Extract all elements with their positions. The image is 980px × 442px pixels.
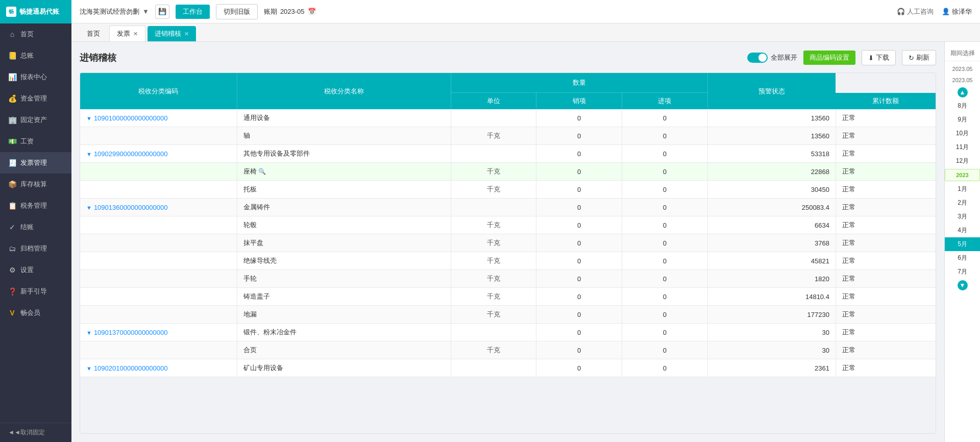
sidebar-item-tax[interactable]: 📋 税务管理: [0, 195, 71, 216]
collapse-icon[interactable]: ▼: [86, 205, 92, 211]
period-9[interactable]: 9月: [945, 113, 980, 127]
tab-home[interactable]: 首页: [80, 26, 107, 41]
user-menu[interactable]: 👤 徐泽华: [942, 7, 972, 16]
collapse-icon[interactable]: ▼: [86, 115, 92, 121]
period-5-active[interactable]: 5月: [945, 237, 980, 251]
row-sales: 0: [536, 234, 622, 252]
collapse-icon[interactable]: ▼: [86, 330, 92, 336]
expand-toggle-switch[interactable]: [747, 53, 768, 63]
row-purchase: 0: [622, 234, 707, 252]
sidebar-item-report[interactable]: 📊 报表中心: [0, 66, 71, 88]
period-10[interactable]: 10月: [945, 127, 980, 140]
product-code-button[interactable]: 商品编码设置: [803, 51, 855, 65]
sidebar-item-label: 新手引导: [20, 287, 47, 296]
period-label: 账期: [264, 7, 277, 16]
row-status: 正常: [836, 234, 936, 252]
period-6[interactable]: 6月: [945, 251, 980, 265]
period-2023-05-2[interactable]: 2023.05: [945, 75, 980, 86]
sidebar-item-settle[interactable]: ✓ 结账: [0, 216, 71, 238]
sidebar-item-label: 结账: [20, 223, 34, 232]
table-row: ▼10901370000000000000 锻件、粉末冶金件 0 0 30 正常: [80, 324, 936, 341]
company-selector[interactable]: 沈海英测试经营勿删 ▼: [80, 7, 149, 16]
period-2[interactable]: 2月: [945, 196, 980, 210]
tab-invoice-close[interactable]: ✕: [133, 31, 138, 37]
period-8[interactable]: 8月: [945, 99, 980, 113]
table-row: 轮毂 千克 0 0 6634 正常: [80, 216, 936, 234]
sidebar-item-payroll[interactable]: 💵 工资: [0, 131, 71, 152]
col-status: 预警状态: [707, 73, 836, 109]
row-name: 轴: [237, 127, 451, 145]
row-status: 正常: [836, 306, 936, 324]
row-code: [80, 216, 237, 234]
sidebar-item-settings[interactable]: ⚙ 设置: [0, 259, 71, 281]
period-3[interactable]: 3月: [945, 210, 980, 224]
row-unit: [451, 109, 536, 127]
collapse-icon[interactable]: ▼: [86, 151, 92, 157]
row-unit: 千克: [451, 306, 536, 324]
search-in-name-icon[interactable]: 🔍: [258, 168, 266, 175]
period-down-button[interactable]: ▼: [958, 280, 968, 290]
row-name: 铸造盖子: [237, 288, 451, 306]
sidebar-item-home[interactable]: ⌂ 首页: [0, 23, 71, 45]
period-1[interactable]: 1月: [945, 182, 980, 196]
row-unit: 千克: [451, 252, 536, 270]
row-code: [80, 163, 237, 181]
period-selector[interactable]: 账期 2023-05 📅: [264, 7, 316, 16]
sidebar-item-label: 库存核算: [20, 180, 47, 189]
switch-version-button[interactable]: 切到旧版: [216, 4, 258, 19]
expand-all-toggle[interactable]: 全部展开: [747, 53, 797, 63]
support-label: 人工咨询: [907, 7, 934, 16]
row-status: 正常: [836, 216, 936, 234]
sidebar-item-asset[interactable]: 🏢 固定资产: [0, 109, 71, 131]
archive-icon: 🗂: [8, 244, 16, 253]
sidebar-item-fund[interactable]: 💰 资金管理: [0, 88, 71, 109]
row-status: 正常: [836, 324, 936, 341]
period-2023-05-top[interactable]: 2023.05: [945, 63, 980, 75]
download-button[interactable]: ⬇ 下载: [862, 50, 896, 65]
period-4[interactable]: 4月: [945, 224, 980, 237]
row-code: ▼10902010000000000000: [80, 359, 237, 377]
period-up-button[interactable]: ▲: [958, 87, 968, 97]
asset-icon: 🏢: [8, 116, 16, 124]
period-12[interactable]: 12月: [945, 154, 980, 168]
tab-invoice[interactable]: 发票 ✕: [109, 26, 145, 41]
payroll-icon: 💵: [8, 137, 16, 145]
period-7[interactable]: 7月: [945, 265, 980, 279]
row-status: 正常: [836, 252, 936, 270]
sidebar-item-stock[interactable]: 📦 库存核算: [0, 174, 71, 195]
table-row: 绝缘导线壳 千克 0 0 45821 正常: [80, 252, 936, 270]
row-unit: [451, 145, 536, 163]
collapse-icon[interactable]: ▼: [86, 365, 92, 372]
topbar-right: 🎧 人工咨询 👤 徐泽华: [897, 7, 972, 16]
col-unit: 单位: [451, 93, 536, 110]
workbench-button[interactable]: 工作台: [176, 5, 210, 19]
col-tax-name: 税收分类名称: [237, 73, 451, 109]
row-total: 14810.4: [707, 288, 836, 306]
unpin-button[interactable]: ◄◄取消固定: [0, 423, 71, 442]
settle-icon: ✓: [8, 223, 16, 231]
row-total: 13560: [707, 127, 836, 145]
row-name: 轮毂: [237, 216, 451, 234]
tab-reconcile[interactable]: 进销稽核 ✕: [148, 26, 196, 41]
sidebar-item-member[interactable]: V 畅会员: [0, 302, 71, 324]
year-2023-label: 2023: [945, 169, 980, 181]
support-button[interactable]: 🎧 人工咨询: [897, 7, 934, 16]
col-tax-code: 税收分类编码: [80, 73, 237, 109]
sidebar-item-invoice[interactable]: 🧾 发票管理: [0, 152, 71, 174]
period-11[interactable]: 11月: [945, 140, 980, 154]
sidebar-item-guide[interactable]: ❓ 新手引导: [0, 281, 71, 302]
refresh-button[interactable]: ↻ 刷新: [902, 50, 936, 65]
sidebar-bottom: ◄◄取消固定: [0, 423, 71, 442]
save-button[interactable]: 💾: [155, 5, 169, 19]
row-total: 2361: [707, 359, 836, 377]
row-name: 锻件、粉末冶金件: [237, 324, 451, 341]
logo-text: 畅捷通易代账: [19, 7, 59, 16]
download-icon: ⬇: [868, 54, 874, 62]
unpin-label: ◄◄取消固定: [8, 428, 45, 437]
sidebar-item-archive[interactable]: 🗂 归档管理: [0, 238, 71, 259]
row-unit: 千克: [451, 341, 536, 359]
sidebar-item-label: 报表中心: [20, 72, 47, 82]
sidebar-item-ledger[interactable]: 📒 总账: [0, 45, 71, 66]
row-unit: 千克: [451, 288, 536, 306]
tab-reconcile-close[interactable]: ✕: [184, 31, 189, 37]
